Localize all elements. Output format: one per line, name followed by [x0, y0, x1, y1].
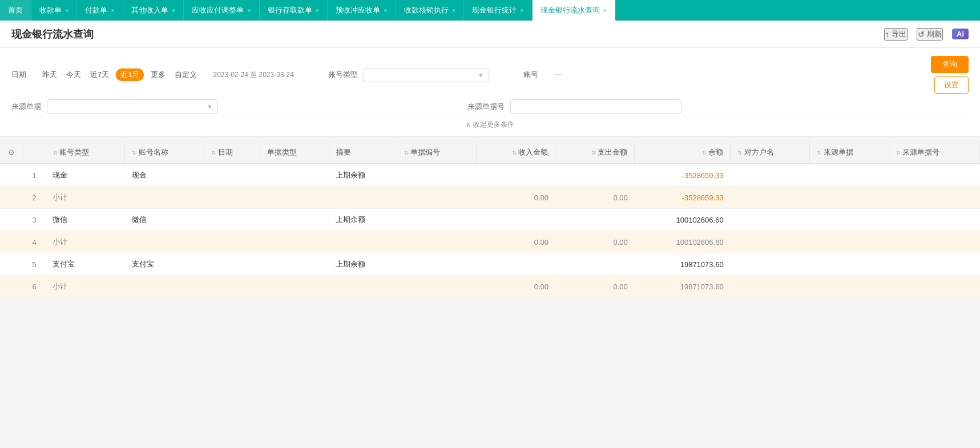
query-button[interactable]: 查询	[931, 56, 969, 73]
nav-home-label: 首页	[8, 5, 23, 15]
row-doc-type	[260, 231, 329, 253]
export-icon: ↑	[885, 30, 889, 39]
nav-cash-bank-flow-close[interactable]: ×	[603, 7, 607, 14]
row-date	[204, 253, 260, 276]
nav-advance[interactable]: 预收冲应收单 ×	[328, 0, 396, 21]
nav-receipt-close[interactable]: ×	[65, 7, 68, 14]
nav-ar-ap-close[interactable]: ×	[247, 7, 251, 14]
nav-cash-bank-stat[interactable]: 现金银行统计 ×	[464, 0, 532, 21]
col-source-doc[interactable]: ⇅ 来源单据	[809, 142, 889, 164]
table-row: 6 小计 0.00 0.00 19871073.60	[0, 276, 980, 298]
ai-button[interactable]: Ai	[952, 29, 969, 39]
account-type-label: 账号类型	[328, 70, 358, 80]
row-date	[204, 209, 260, 231]
date-custom[interactable]: 自定义	[172, 68, 199, 81]
col-account-name[interactable]: ⇅ 账号名称	[125, 142, 204, 164]
nav-cash-bank-stat-close[interactable]: ×	[520, 7, 523, 14]
col-balance[interactable]: ⇅ 余额	[635, 142, 731, 164]
row-expense	[555, 253, 635, 276]
nav-advance-close[interactable]: ×	[384, 7, 387, 14]
source-doc-select[interactable]: ▾	[47, 99, 218, 114]
col-source-doc-no[interactable]: ⇅ 来源单据号	[889, 142, 979, 164]
nav-cash-bank-flow-label: 现金银行流水查询	[541, 5, 600, 15]
source-doc-no-label: 来源单据号	[467, 102, 505, 112]
page-title: 现金银行流水查询	[11, 27, 94, 41]
filter-area: 日期 昨天 今天 近7天 近1月 更多 自定义 2023-02-24 至 202…	[0, 48, 980, 137]
row-date	[204, 164, 260, 187]
col-doc-type[interactable]: 单据类型	[260, 142, 329, 164]
account-type-select[interactable]: ▾	[364, 68, 489, 82]
row-account-type: 小计	[46, 231, 125, 253]
source-doc-no-input[interactable]	[510, 99, 681, 114]
row-source-doc-no	[889, 164, 979, 187]
row-counterpart	[731, 164, 810, 187]
row-account-type: 微信	[46, 209, 125, 231]
date-label: 日期	[11, 70, 34, 80]
settings-button[interactable]: 设置	[934, 76, 969, 94]
row-account-type: 小计	[46, 187, 125, 209]
col-account-type[interactable]: ⇅ 账号类型	[46, 142, 125, 164]
sort-icon7: ⇅	[702, 150, 707, 156]
row-doc-no	[397, 187, 476, 209]
nav-bank-deposit-close[interactable]: ×	[316, 7, 319, 14]
row-balance: -3528659.33	[635, 164, 731, 187]
col-settings[interactable]: ⚙	[0, 142, 23, 164]
nav-receipt-verify[interactable]: 收款核销执行 ×	[396, 0, 464, 21]
row-summary: 上期余额	[329, 253, 397, 276]
refresh-button[interactable]: ↺ 刷新	[917, 28, 943, 41]
row-source-doc	[809, 209, 889, 231]
row-source-doc-no	[889, 209, 979, 231]
source-doc-no-group: 来源单据号	[467, 99, 889, 114]
row-summary	[329, 187, 397, 209]
row-source-doc	[809, 276, 889, 298]
col-rownum	[23, 142, 46, 164]
date-today[interactable]: 今天	[64, 68, 83, 81]
row-income: 0.00	[476, 231, 555, 253]
nav-payment-close[interactable]: ×	[111, 7, 114, 14]
row-source-doc-no	[889, 187, 979, 209]
date-range: 2023-02-24 至 2023-03-24	[213, 70, 293, 80]
nav-payment[interactable]: 付款单 ×	[77, 0, 123, 21]
date-more[interactable]: 更多	[148, 68, 168, 81]
row-doc-type	[260, 276, 329, 298]
col-counterpart[interactable]: ⇅ 对方户名	[731, 142, 810, 164]
row-counterpart	[731, 231, 810, 253]
row-settings-cell	[0, 209, 23, 231]
top-nav: 首页 收款单 × 付款单 × 其他收入单 × 应收应付调整单 × 银行存取款单 …	[0, 0, 980, 21]
filter-row-2: 来源单据 ▾ 来源单据号	[11, 99, 969, 114]
nav-cash-bank-flow[interactable]: 现金银行流水查询 ×	[533, 0, 615, 21]
col-summary[interactable]: 摘要	[329, 142, 397, 164]
table-row: 5 支付宝 支付宝 上期余额 19871073.60	[0, 253, 980, 276]
header-actions: ↑ 导出 ↺ 刷新 Ai	[884, 28, 969, 41]
row-date	[204, 276, 260, 298]
row-source-doc	[809, 253, 889, 276]
table-header-row: ⚙ ⇅ 账号类型 ⇅ 账号名称 ⇅ 日期 单据类型 摘要 ⇅ 单	[0, 142, 980, 164]
date-options: 昨天 今天 近7天 近1月 更多 自定义	[40, 68, 199, 81]
export-button[interactable]: ↑ 导出	[884, 28, 908, 41]
nav-receipt-verify-close[interactable]: ×	[452, 7, 455, 14]
nav-receipt[interactable]: 收款单 ×	[31, 0, 77, 21]
col-expense[interactable]: ⇅ 支出金额	[555, 142, 635, 164]
nav-bank-deposit[interactable]: 银行存取款单 ×	[260, 0, 328, 21]
date-1month[interactable]: 近1月	[116, 68, 144, 81]
account-type-group: 账号类型 ▾	[328, 68, 489, 82]
nav-ar-ap[interactable]: 应收应付调整单 ×	[184, 0, 259, 21]
col-doc-no[interactable]: ⇅ 单据编号	[397, 142, 476, 164]
row-doc-type	[260, 253, 329, 276]
refresh-icon: ↺	[918, 30, 925, 39]
collapse-bar[interactable]: ∧ 收起更多条件	[11, 116, 969, 131]
row-doc-type	[260, 209, 329, 231]
col-date[interactable]: ⇅ 日期	[204, 142, 260, 164]
sort-icon3: ⇅	[211, 150, 216, 156]
col-income[interactable]: ⇅ 收入金额	[476, 142, 555, 164]
row-balance: 100102606.60	[635, 209, 731, 231]
date-yesterday[interactable]: 昨天	[40, 68, 59, 81]
nav-other-income-close[interactable]: ×	[172, 7, 175, 14]
nav-home[interactable]: 首页	[0, 0, 31, 21]
account-no-dots[interactable]: ···	[552, 68, 566, 81]
nav-other-income[interactable]: 其他收入单 ×	[123, 0, 184, 21]
row-num-cell: 3	[23, 209, 46, 231]
row-settings-cell	[0, 164, 23, 187]
nav-ar-ap-label: 应收应付调整单	[192, 5, 244, 15]
date-7days[interactable]: 近7天	[88, 68, 111, 81]
